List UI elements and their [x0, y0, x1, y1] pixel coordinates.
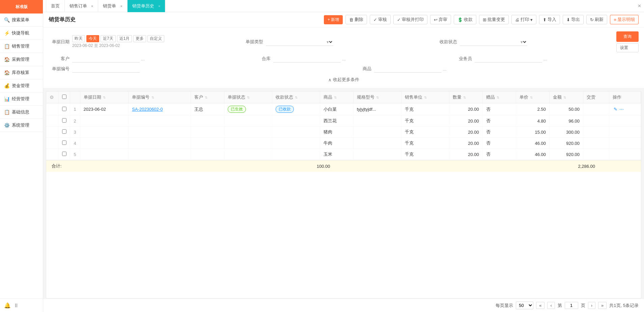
- sidebar-item-operations[interactable]: 📊 经营管理: [0, 93, 43, 106]
- th-unit-price[interactable]: 单价 ⇅: [516, 92, 549, 103]
- td-doc-no[interactable]: SA-20230602-0: [129, 103, 191, 115]
- goods-ellipsis[interactable]: ...: [443, 67, 447, 72]
- select-all-checkbox[interactable]: [62, 95, 66, 99]
- th-spec[interactable]: 规格型号 ⇅: [353, 92, 401, 103]
- audit-print-button[interactable]: ✓ 审核并打印: [393, 15, 427, 24]
- doc-no-link[interactable]: SA-20230602-0: [132, 107, 163, 112]
- customer-input[interactable]: [72, 55, 140, 62]
- sidebar-item-sales[interactable]: 📋 销售管理: [0, 40, 43, 53]
- sort-payment-status-icon[interactable]: ⇅: [295, 96, 298, 99]
- row-checkbox-0[interactable]: [62, 107, 66, 111]
- page-number-input[interactable]: 1: [565, 302, 578, 309]
- business-input[interactable]: [475, 55, 542, 62]
- th-doc-no[interactable]: 单据编号 ⇅: [129, 92, 191, 103]
- refresh-button[interactable]: ↻ 刷新: [586, 15, 607, 24]
- date-btn-today[interactable]: 今天: [86, 35, 99, 42]
- query-button[interactable]: 查询: [616, 31, 639, 42]
- tab-sales-history-close[interactable]: ×: [158, 0, 160, 12]
- row-checkbox-2[interactable]: [62, 129, 66, 134]
- collapse-button[interactable]: ∧ 收起更多条件: [49, 75, 639, 84]
- th-gear[interactable]: ⚙: [46, 92, 58, 103]
- tab-sales-delivery-close[interactable]: ×: [120, 0, 122, 12]
- sort-spec-icon[interactable]: ⇅: [376, 96, 379, 99]
- th-checkbox[interactable]: [58, 92, 70, 103]
- sidebar-item-quick-nav[interactable]: ⚡ 快捷导航: [0, 27, 43, 40]
- tab-sales-history[interactable]: 销货单历史 ×: [128, 0, 165, 12]
- date-btn-more[interactable]: 更多: [133, 35, 146, 42]
- new-button[interactable]: + 新增: [324, 15, 343, 24]
- date-btn-1month[interactable]: 近1月: [117, 35, 132, 42]
- page-first-btn[interactable]: «: [536, 302, 544, 309]
- payment-status-select[interactable]: [460, 38, 527, 46]
- sort-doc-no-icon[interactable]: ⇅: [151, 96, 154, 99]
- td-checkbox[interactable]: [58, 138, 70, 149]
- th-goods[interactable]: 商品 ⇅: [320, 92, 353, 103]
- sidebar-item-system[interactable]: ⚙️ 系统管理: [0, 119, 43, 132]
- sidebar-bottom-icon1[interactable]: 🔔: [4, 302, 11, 309]
- td-checkbox[interactable]: [58, 127, 70, 138]
- sort-doc-date-icon[interactable]: ⇅: [103, 96, 106, 99]
- th-customer[interactable]: 客户 ⇅: [191, 92, 224, 103]
- row-checkbox-1[interactable]: [62, 118, 66, 123]
- th-doc-status[interactable]: 单据状态 ⇅: [224, 92, 272, 103]
- sidebar-item-basics[interactable]: 📋 基础信息: [0, 106, 43, 119]
- sort-gift-icon[interactable]: ⇅: [497, 96, 499, 99]
- date-btn-custom[interactable]: 自定义: [147, 35, 164, 42]
- td-checkbox[interactable]: [58, 115, 70, 127]
- tab-sales-order-close[interactable]: ×: [91, 0, 93, 12]
- th-amount[interactable]: 金额 ⇅: [550, 92, 583, 103]
- page-last-btn[interactable]: »: [598, 302, 607, 309]
- th-unit[interactable]: 销售单位 ⇅: [401, 92, 449, 103]
- th-doc-date[interactable]: 单据日期 ⇅: [80, 92, 129, 103]
- date-btn-yesterday[interactable]: 昨天: [72, 35, 85, 42]
- sort-unit-price-icon[interactable]: ⇅: [530, 96, 533, 99]
- th-gift[interactable]: 赠品 ⇅: [482, 92, 516, 103]
- sort-unit-icon[interactable]: ⇅: [424, 96, 427, 99]
- window-close-btn[interactable]: ✕: [638, 3, 641, 8]
- import-button[interactable]: ⬆ 导入: [539, 15, 560, 24]
- page-next-btn[interactable]: ›: [588, 302, 595, 309]
- tab-sales-delivery[interactable]: 销货单 ×: [98, 0, 127, 12]
- audit-button[interactable]: ✓ 审核: [370, 15, 391, 24]
- td-checkbox[interactable]: [58, 149, 70, 160]
- export-button[interactable]: ⬇ 导出: [563, 15, 584, 24]
- sort-amount-icon[interactable]: ⇅: [563, 96, 566, 99]
- sort-doc-status-icon[interactable]: ⇅: [247, 96, 250, 99]
- action-more-btn[interactable]: ⋯: [619, 107, 624, 112]
- per-page-select[interactable]: 50 100: [516, 302, 533, 309]
- sidebar-item-inventory[interactable]: 🏠 库存核算: [0, 66, 43, 79]
- td-goods: 西兰花: [320, 115, 353, 127]
- settings-button[interactable]: 设置: [616, 43, 639, 52]
- sidebar-item-finance[interactable]: 💰 资金管理: [0, 79, 43, 93]
- batch-change-button[interactable]: ⊞ 批量变更: [479, 15, 509, 24]
- goods-input[interactable]: [374, 65, 442, 73]
- sort-customer-icon[interactable]: ⇅: [205, 96, 207, 99]
- warehouse-ellipsis[interactable]: ...: [342, 56, 346, 61]
- td-checkbox[interactable]: [58, 103, 70, 115]
- sidebar-item-search[interactable]: 🔍 搜索菜单: [0, 14, 43, 27]
- sort-goods-icon[interactable]: ⇅: [334, 96, 337, 99]
- th-quantity[interactable]: 数量 ⇅: [449, 92, 482, 103]
- abandon-button[interactable]: ↩ 弃审: [430, 15, 451, 24]
- th-payment-status[interactable]: 收款状态 ⇅: [272, 92, 320, 103]
- action-edit-btn[interactable]: ✎: [614, 107, 617, 112]
- date-btn-7days[interactable]: 近7天: [101, 35, 116, 42]
- warehouse-input[interactable]: [273, 55, 341, 62]
- doc-type-select[interactable]: [266, 38, 333, 46]
- collect-button[interactable]: 💲 收款: [454, 15, 476, 24]
- gear-icon[interactable]: ⚙: [50, 95, 54, 100]
- tab-home[interactable]: 首页: [46, 0, 65, 12]
- row-checkbox-4[interactable]: [62, 152, 66, 156]
- business-ellipsis[interactable]: ...: [543, 56, 547, 61]
- doc-no-input[interactable]: [72, 65, 140, 73]
- tab-sales-order[interactable]: 销售订单 ×: [65, 0, 98, 12]
- sidebar-item-purchase[interactable]: 🏠 采购管理: [0, 53, 43, 66]
- customer-ellipsis[interactable]: ...: [141, 56, 145, 61]
- print-button[interactable]: 🖨 打印 ▾: [511, 15, 536, 24]
- delete-button[interactable]: 🗑 删除: [345, 15, 367, 24]
- show-details-button[interactable]: ≡ 显示明细: [610, 15, 639, 24]
- row-checkbox-3[interactable]: [62, 140, 66, 145]
- sidebar-bottom-icon2[interactable]: ⏸: [13, 303, 19, 309]
- sort-quantity-icon[interactable]: ⇅: [463, 96, 466, 99]
- page-prev-btn[interactable]: ‹: [547, 302, 555, 309]
